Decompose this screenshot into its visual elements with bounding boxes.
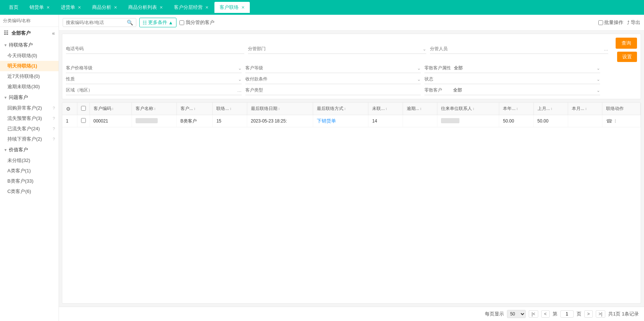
td-last-method[interactable]: 下销货单 <box>313 115 368 127</box>
filter-status-input[interactable] <box>453 77 600 82</box>
gear-icon[interactable]: ⚙ <box>66 106 71 112</box>
help-icon[interactable]: ? <box>53 137 55 141</box>
sort-not-contacted-icon[interactable]: ↕ <box>385 107 387 111</box>
last-page-btn[interactable]: >| <box>596 310 605 318</box>
sort-this-year-icon[interactable]: ↕ <box>516 107 518 111</box>
th-overdue: 逾期...↕ <box>403 103 437 115</box>
sidebar-item-0-0[interactable]: 今天待联络(0) <box>0 51 59 61</box>
sort-last-date-icon[interactable]: ↕ <box>278 107 280 111</box>
nav-home[interactable]: 首页 <box>4 2 24 13</box>
query-button[interactable]: 查询 <box>616 38 637 49</box>
first-page-btn[interactable]: |< <box>529 310 538 318</box>
filter-nature-dropdown-icon[interactable]: ⌄ <box>238 77 242 82</box>
sidebar-item-2-1[interactable]: A类客户(1) <box>0 166 59 176</box>
filter-region-more-icon[interactable]: … <box>237 88 242 93</box>
filter-nature-input[interactable] <box>95 77 242 82</box>
filter-customer-level-dropdown-icon[interactable]: ⌄ <box>417 66 421 71</box>
sidebar-item-2-2[interactable]: B类客户(33) <box>0 176 59 186</box>
my-customers-check[interactable] <box>179 20 184 25</box>
th-settings[interactable]: ⚙ <box>62 103 77 115</box>
filter-phone-input[interactable] <box>95 46 244 52</box>
row-checkbox[interactable] <box>81 118 86 123</box>
nav-close-icon[interactable]: ✕ <box>160 5 163 10</box>
help-icon[interactable]: ? <box>53 106 55 110</box>
td-last-date: 2023-05-23 18:25: <box>247 115 313 127</box>
filter-retail-attr-label: 零散客户属性 <box>424 65 451 71</box>
sidebar-item-0-1[interactable]: 明天待联络(1) <box>0 61 59 71</box>
sidebar-group-title-1[interactable]: ▼问题客户 <box>0 92 59 103</box>
batch-op-check[interactable] <box>598 20 603 25</box>
settings-button[interactable]: 设置 <box>617 52 637 62</box>
nav-close-icon[interactable]: ✕ <box>241 5 245 10</box>
filter-dept-input[interactable] <box>277 46 426 52</box>
select-all-checkbox[interactable] <box>81 106 86 111</box>
nav-tab-销货单[interactable]: 销货单✕ <box>24 2 55 13</box>
grid-action-icon[interactable]: ⁝ <box>615 118 616 124</box>
filter-person-more-icon[interactable]: … <box>604 46 608 52</box>
sidebar-search-input[interactable] <box>3 18 58 23</box>
filter-customer-type-input[interactable] <box>274 88 421 93</box>
nav-close-icon[interactable]: ✕ <box>46 5 50 10</box>
filter-price-dropdown-icon[interactable]: ⌄ <box>238 66 242 71</box>
sort-code-icon[interactable]: ↕ <box>112 107 114 111</box>
sidebar-item-0-2[interactable]: 近7天待联络(0) <box>0 71 59 82</box>
sort-name-icon[interactable]: ↕ <box>154 107 156 111</box>
filter-payment-dropdown-icon[interactable]: ⌄ <box>417 77 421 82</box>
th-type: 客户...↕ <box>176 103 213 115</box>
nav-tab-客户联络[interactable]: 客户联络✕ <box>214 2 250 13</box>
nav-tab-商品分析[interactable]: 商品分析✕ <box>87 2 122 13</box>
sort-overdue-icon[interactable]: ↕ <box>420 107 422 111</box>
sidebar-item-1-2[interactable]: 已流失客户(24)? <box>0 124 59 134</box>
sort-type-icon[interactable]: ↕ <box>194 107 196 111</box>
nav-tab-商品分析列表[interactable]: 商品分析列表✕ <box>123 2 168 13</box>
sidebar-collapse-icon[interactable]: « <box>52 30 55 36</box>
sort-this-month-icon[interactable]: ↕ <box>585 107 587 111</box>
sort-unit-contact-icon[interactable]: ↕ <box>473 107 475 111</box>
per-page-select[interactable]: 50 100 200 <box>507 310 526 318</box>
sidebar-item-1-1[interactable]: 流失预警客户(3)? <box>0 113 59 124</box>
phone-action-icon[interactable]: ☎ <box>606 118 612 124</box>
nav-close-icon[interactable]: ✕ <box>114 5 117 10</box>
help-icon[interactable]: ? <box>53 127 55 131</box>
nav-tab-进货单[interactable]: 进货单✕ <box>56 2 86 13</box>
search-input[interactable] <box>66 20 127 25</box>
more-conditions-btn[interactable]: ☷ 更多条件 ▲ <box>139 18 176 27</box>
filter-person-input[interactable] <box>459 46 608 52</box>
filter-dept-dropdown-icon[interactable]: ⌄ <box>423 46 426 52</box>
filter-status-label: 状态 <box>424 76 450 82</box>
sort-last-method-icon[interactable]: ↕ <box>344 107 346 111</box>
sidebar-item-label: 近7天待联络(0) <box>7 73 40 80</box>
batch-op-btn[interactable]: 批量操作 <box>598 19 623 26</box>
filter-customer-level-input[interactable] <box>274 66 421 71</box>
filter-retail-customer-dropdown-icon[interactable]: ⌄ <box>596 88 600 93</box>
nav-close-icon[interactable]: ✕ <box>78 5 81 10</box>
sidebar-item-1-0[interactable]: 回购异常客户(2)? <box>0 103 59 113</box>
sidebar-group-title-2[interactable]: ▼价值客户 <box>0 144 59 155</box>
sidebar-item-2-3[interactable]: C类客户(6) <box>0 186 59 197</box>
th-unit-contact: 往来单位联系人↕ <box>437 103 499 115</box>
filter-customer-level: 客户等级 ⌄ <box>245 65 421 73</box>
prev-page-btn[interactable]: < <box>541 310 550 318</box>
export-btn[interactable]: ⤴ 导出 <box>627 19 640 26</box>
sidebar-item-0-3[interactable]: 逾期未联络(30) <box>0 82 59 92</box>
next-page-btn[interactable]: > <box>584 310 593 318</box>
filter-price-level-input[interactable] <box>95 66 242 71</box>
sidebar-all-customers[interactable]: ☷ 全部客户 « <box>0 27 59 39</box>
sort-contact-icon[interactable]: ↕ <box>230 107 231 111</box>
nav-close-icon[interactable]: ✕ <box>205 5 209 10</box>
toolbar-search-icon[interactable]: 🔍 <box>127 20 133 25</box>
filter-nature: 性质 ⌄ <box>66 76 242 84</box>
sort-last-month-icon[interactable]: ↕ <box>551 107 553 111</box>
page-number-input[interactable] <box>560 310 574 318</box>
filter-payment-input[interactable] <box>274 77 421 82</box>
filter-region-input[interactable] <box>95 88 242 93</box>
last-method-link[interactable]: 下销货单 <box>317 118 336 124</box>
sidebar-item-1-3[interactable]: 持续下滑客户(2)? <box>0 134 59 144</box>
sidebar-group-title-0[interactable]: ▼待联络客户 <box>0 39 59 51</box>
nav-tab-客户分层经营[interactable]: 客户分层经营✕ <box>169 2 214 13</box>
filter-status-dropdown-icon[interactable]: ⌄ <box>596 77 600 82</box>
sidebar-item-2-0[interactable]: 未分组(32) <box>0 155 59 166</box>
my-customers-checkbox[interactable]: 我分管的客户 <box>179 19 214 26</box>
filter-retail-attr-dropdown-icon[interactable]: ⌄ <box>596 66 600 71</box>
help-icon[interactable]: ? <box>53 116 55 121</box>
